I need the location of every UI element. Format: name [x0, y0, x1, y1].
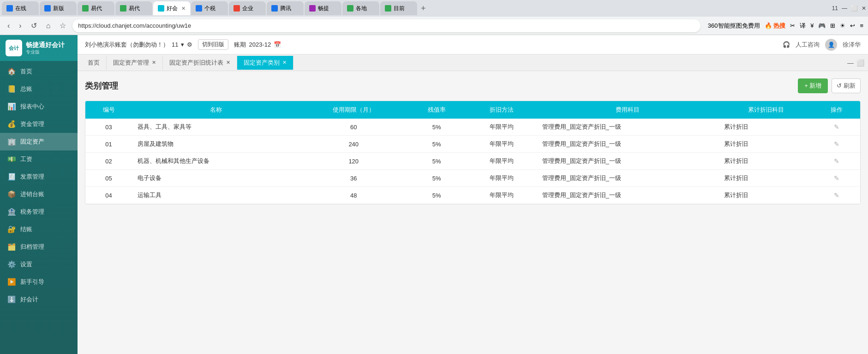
tab-count-badge: 11: [832, 5, 838, 12]
browser-tab-t6[interactable]: 个税: [191, 1, 228, 15]
cell-residual-3: 5%: [407, 170, 466, 187]
browser-tab-t8[interactable]: 腾讯: [267, 1, 304, 15]
add-category-button[interactable]: + 新增: [798, 78, 828, 93]
page-tab-fixed-mgmt-label: 固定资产管理: [113, 59, 149, 67]
fixed-assets-icon: 🏢: [7, 138, 16, 146]
window-close-icon[interactable]: ✕: [862, 5, 866, 12]
table-header-row: 编号 名称 使用期限（月） 残值率 折旧方法 费用科目 累计折旧科目 操作: [85, 101, 860, 119]
settings-small-icon[interactable]: ⚙: [187, 41, 192, 48]
sidebar-item-guide[interactable]: ▶️ 新手引导: [0, 273, 78, 291]
sidebar-item-invoice[interactable]: 🧾 发票管理: [0, 168, 78, 186]
tab-favicon-t11: [385, 5, 391, 12]
table-row-0: 03 器具、工具、家具等 60 5% 年限平均 管理费用_固定资产折旧_一级 累…: [85, 119, 860, 136]
new-tab-button[interactable]: +: [418, 4, 429, 13]
edit-icon-3[interactable]: ✎: [834, 174, 839, 182]
sidebar-item-more[interactable]: ⬇️ 好会计: [0, 291, 78, 308]
page-tab-fixed-mgmt-close[interactable]: ✕: [152, 60, 156, 66]
menu-icon[interactable]: ≡: [860, 22, 863, 29]
page-tab-home[interactable]: 首页: [81, 56, 107, 70]
cell-accum-4: 累计折旧: [718, 187, 814, 204]
game-icon[interactable]: 🎮: [818, 22, 826, 29]
cell-period-4: 48: [300, 187, 407, 204]
forward-button[interactable]: ›: [16, 21, 24, 31]
sidebar-item-home[interactable]: 🏠 首页: [0, 63, 78, 80]
cell-name-1: 房屋及建筑物: [132, 136, 300, 153]
col-header-action: 操作: [814, 101, 860, 119]
table-row-1: 01 房屋及建筑物 240 5% 年限平均 管理费用_固定资产折旧_一级 累计折…: [85, 136, 860, 153]
sidebar-item-close[interactable]: 🔐 结账: [0, 221, 78, 238]
browser-tab-t1[interactable]: 在线: [2, 1, 39, 15]
sidebar-label-tax: 税务管理: [20, 208, 44, 216]
cell-accum-1: 累计折旧: [718, 136, 814, 153]
sidebar-item-reports[interactable]: 📊 报表中心: [0, 98, 78, 115]
page-tab-fixed-deprec[interactable]: 固定资产折旧统计表 ✕: [163, 56, 237, 70]
window-minimize-icon[interactable]: —: [842, 5, 847, 12]
page-tab-fixed-mgmt[interactable]: 固定资产管理 ✕: [107, 56, 163, 70]
undo-icon[interactable]: ↩: [850, 22, 855, 29]
window-restore-icon[interactable]: ⬜: [851, 5, 858, 12]
edit-icon-1[interactable]: ✎: [834, 140, 839, 148]
browser-tab-t11[interactable]: 目前: [380, 1, 417, 15]
calendar-icon[interactable]: 📅: [274, 41, 281, 48]
page-tab-fixed-category[interactable]: 固定资产类别 ✕: [237, 56, 293, 70]
logo-sub: 专业版: [26, 49, 65, 55]
tab-favicon-t4: [120, 5, 126, 12]
browser-tab-t7[interactable]: 企业: [229, 1, 266, 15]
edit-icon-2[interactable]: ✎: [834, 157, 839, 165]
payroll-icon: 💵: [7, 155, 16, 163]
search-label: 360智能抠图免费用: [708, 22, 760, 30]
sidebar-item-archive[interactable]: 🗂️ 归档管理: [0, 238, 78, 256]
page-tab-fixed-category-close[interactable]: ✕: [282, 60, 287, 66]
wallet-icon[interactable]: ¥: [810, 22, 814, 29]
edit-icon-0[interactable]: ✎: [834, 123, 839, 131]
cell-method-4: 年限平均: [466, 187, 537, 204]
dropdown-arrow-icon[interactable]: ▾: [181, 41, 184, 48]
cell-name-3: 电子设备: [132, 170, 300, 187]
browser-tab-t4[interactable]: 易代: [115, 1, 152, 15]
funds-icon: 💰: [7, 120, 16, 128]
browser-tab-t5[interactable]: 好会 ✕: [153, 1, 190, 15]
browser-tab-t2[interactable]: 新版: [40, 1, 77, 15]
period-label: 账期: [234, 41, 246, 49]
translate-icon[interactable]: 译: [800, 22, 806, 30]
sidebar-item-purchase[interactable]: 📦 进销台账: [0, 186, 78, 203]
help-label[interactable]: 人工咨询: [796, 41, 820, 49]
content-area: 类别管理 + 新增 ↺ 刷新 编号 名称 使用期限（月） 残值率 折旧方法: [78, 71, 868, 354]
cell-code-0: 03: [85, 119, 132, 136]
reload-button[interactable]: ↺: [28, 20, 40, 31]
sidebar-item-funds[interactable]: 💰 资金管理: [0, 115, 78, 133]
cell-expense-4: 管理费用_固定资产折旧_一级: [537, 187, 718, 204]
brightness-icon[interactable]: ☀: [840, 22, 845, 29]
sidebar-item-payroll[interactable]: 💵 工资: [0, 150, 78, 168]
tab-maximize-button[interactable]: ⬜: [856, 59, 864, 66]
page-title-text: 类别管理: [85, 80, 118, 91]
cell-code-3: 05: [85, 170, 132, 187]
switch-to-old-button[interactable]: 切到旧版: [198, 39, 228, 50]
refresh-button[interactable]: ↺ 刷新: [832, 78, 861, 93]
hot-search-badge[interactable]: 🔥 热搜: [765, 22, 786, 30]
scissors-icon[interactable]: ✂: [790, 22, 795, 29]
sidebar-item-tax[interactable]: 🏦 税务管理: [0, 203, 78, 221]
grid-icon[interactable]: ⊞: [830, 22, 835, 29]
col-header-period: 使用期限（月）: [300, 101, 407, 119]
browser-tab-t3[interactable]: 易代: [78, 1, 114, 15]
cell-accum-0: 累计折旧: [718, 119, 814, 136]
sidebar-item-ledger[interactable]: 📒 总账: [0, 80, 78, 98]
tab-close-t5[interactable]: ✕: [181, 6, 186, 12]
table-row-4: 04 运输工具 48 5% 年限平均 管理费用_固定资产折旧_一级 累计折旧 ✎: [85, 187, 860, 204]
tab-label-t10: 各地: [356, 5, 367, 12]
tab-label-t4: 易代: [129, 5, 140, 12]
sidebar-item-settings[interactable]: ⚙️ 设置: [0, 256, 78, 273]
cell-method-0: 年限平均: [466, 119, 537, 136]
edit-icon-4[interactable]: ✎: [834, 192, 839, 199]
page-tab-fixed-category-label: 固定资产类别: [244, 59, 280, 67]
back-button[interactable]: ‹: [5, 21, 12, 31]
address-input[interactable]: [72, 19, 700, 32]
page-tab-fixed-deprec-close[interactable]: ✕: [226, 60, 230, 66]
bookmark-button[interactable]: ☆: [57, 20, 69, 31]
browser-tab-t10[interactable]: 各地: [342, 1, 379, 15]
sidebar-item-fixed-assets[interactable]: 🏢 固定资产: [0, 133, 78, 150]
home-button[interactable]: ⌂: [43, 21, 54, 31]
browser-tab-t9[interactable]: 畅提: [305, 1, 341, 15]
tab-minimize-button[interactable]: —: [847, 59, 854, 66]
